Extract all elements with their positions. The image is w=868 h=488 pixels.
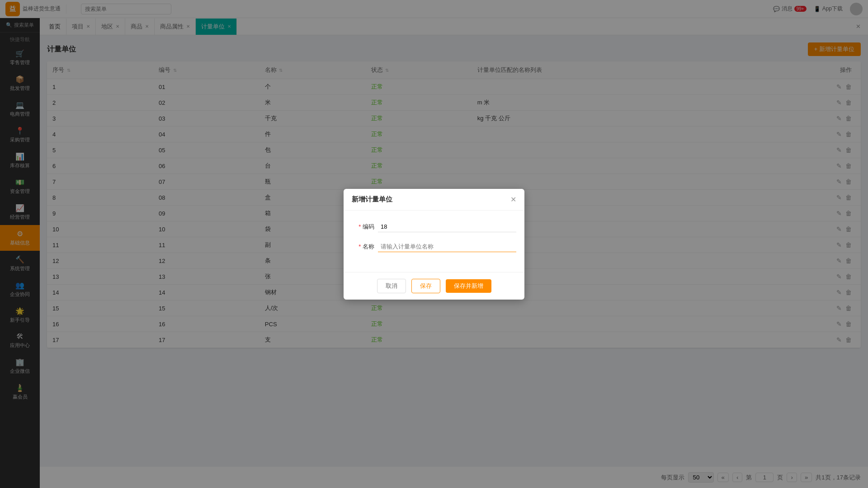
modal-title: 新增计量单位 bbox=[352, 195, 392, 204]
form-label-code: * 编码 bbox=[352, 223, 374, 231]
cancel-button[interactable]: 取消 bbox=[377, 279, 406, 293]
form-row-code: * 编码 bbox=[352, 221, 516, 232]
save-and-new-button[interactable]: 保存并新增 bbox=[446, 279, 491, 293]
add-unit-modal: 新增计量单位 ✕ * 编码 * 名称 取消 保存 保存并新增 bbox=[344, 189, 524, 300]
name-input[interactable] bbox=[378, 241, 516, 252]
save-button[interactable]: 保存 bbox=[411, 279, 440, 293]
code-input[interactable] bbox=[378, 221, 516, 232]
modal-header: 新增计量单位 ✕ bbox=[344, 189, 524, 211]
required-star-name: * bbox=[359, 243, 361, 250]
form-label-name: * 名称 bbox=[352, 243, 374, 251]
modal-overlay: 新增计量单位 ✕ * 编码 * 名称 取消 保存 保存并新增 bbox=[0, 0, 868, 488]
form-row-name: * 名称 bbox=[352, 241, 516, 252]
modal-body: * 编码 * 名称 bbox=[344, 211, 524, 272]
modal-close-btn[interactable]: ✕ bbox=[510, 195, 516, 204]
modal-footer: 取消 保存 保存并新增 bbox=[344, 272, 524, 300]
required-star-code: * bbox=[359, 223, 361, 230]
